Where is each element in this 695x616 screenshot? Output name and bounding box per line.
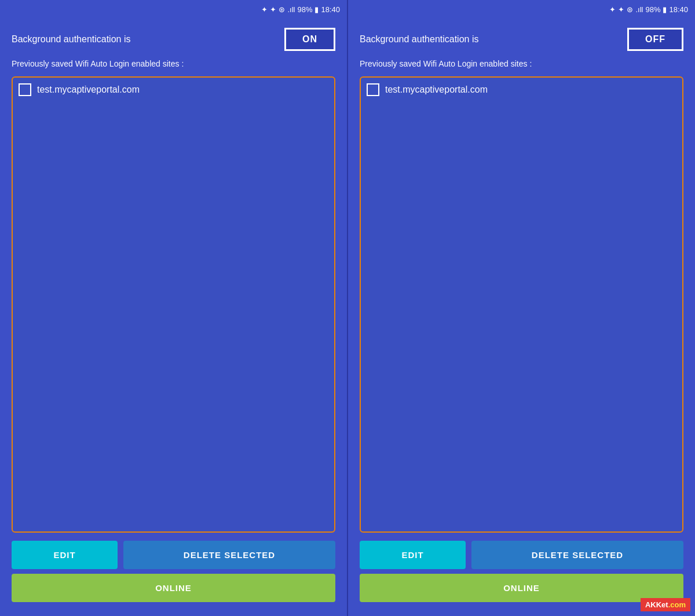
watermark: AKKet.com — [641, 598, 690, 611]
left-delete-button[interactable]: DELETE SELECTED — [123, 541, 335, 569]
left-site-item: test.mycaptiveportal.com — [19, 83, 328, 96]
right-bluetooth-icon: ✦ — [609, 5, 616, 14]
left-toggle-button[interactable]: ON — [284, 28, 335, 51]
right-content: Background authentication is OFF Previou… — [348, 19, 695, 616]
time-display: 18:40 — [321, 5, 340, 14]
left-bottom-buttons: EDIT DELETE SELECTED ONLINE — [12, 541, 335, 607]
right-online-button[interactable]: ONLINE — [360, 574, 683, 602]
right-delete-button[interactable]: DELETE SELECTED — [471, 541, 683, 569]
left-sites-label: Previously saved Wifi Auto Login enabled… — [12, 59, 335, 68]
right-site-checkbox[interactable] — [367, 83, 379, 96]
left-site-url: test.mycaptiveportal.com — [37, 85, 140, 95]
right-battery-icon: ▮ — [663, 5, 667, 14]
left-status-bar: ✦ ✦ ⊛ .ıll 98% ▮ 18:40 — [0, 0, 347, 19]
right-action-row: EDIT DELETE SELECTED — [360, 541, 683, 569]
right-wifi-icon: ⊛ — [627, 5, 633, 14]
right-battery-percent: 98% — [645, 5, 660, 14]
left-status-icons: ✦ ✦ ⊛ .ıll 98% ▮ 18:40 — [261, 5, 340, 14]
right-bottom-buttons: EDIT DELETE SELECTED ONLINE — [360, 541, 683, 607]
left-panel: ✦ ✦ ⊛ .ıll 98% ▮ 18:40 Background authen… — [0, 0, 347, 616]
watermark-suffix: .com — [668, 600, 686, 609]
right-panel: ✦ ✦ ⊛ .ıll 98% ▮ 18:40 Background authen… — [348, 0, 695, 616]
right-sites-box: test.mycaptiveportal.com — [360, 76, 683, 533]
right-signal-icon: .ıll — [635, 5, 643, 14]
right-auth-row: Background authentication is OFF — [360, 28, 683, 51]
left-online-button[interactable]: ONLINE — [12, 574, 335, 602]
volume-icon: ✦ — [270, 5, 276, 14]
left-action-row: EDIT DELETE SELECTED — [12, 541, 335, 569]
right-auth-label: Background authentication is — [360, 34, 478, 45]
right-site-url: test.mycaptiveportal.com — [385, 85, 488, 95]
right-status-bar: ✦ ✦ ⊛ .ıll 98% ▮ 18:40 — [348, 0, 695, 19]
signal-icon: .ıll — [287, 5, 295, 14]
left-auth-label: Background authentication is — [12, 34, 130, 45]
left-content: Background authentication is ON Previous… — [0, 19, 347, 616]
left-edit-button[interactable]: EDIT — [12, 541, 118, 569]
left-site-checkbox[interactable] — [19, 83, 31, 96]
right-site-item: test.mycaptiveportal.com — [367, 83, 676, 96]
battery-percent: 98% — [297, 5, 312, 14]
right-edit-button[interactable]: EDIT — [360, 541, 466, 569]
watermark-brand: AKKet — [645, 600, 668, 609]
right-toggle-button[interactable]: OFF — [627, 28, 683, 51]
battery-icon: ▮ — [314, 5, 319, 14]
right-sites-label: Previously saved Wifi Auto Login enabled… — [360, 59, 683, 68]
left-sites-box: test.mycaptiveportal.com — [12, 76, 335, 533]
wifi-icon: ⊛ — [279, 5, 285, 14]
right-status-icons: ✦ ✦ ⊛ .ıll 98% ▮ 18:40 — [609, 5, 688, 14]
right-time-display: 18:40 — [669, 5, 688, 14]
bluetooth-icon: ✦ — [261, 5, 268, 14]
left-auth-row: Background authentication is ON — [12, 28, 335, 51]
right-volume-icon: ✦ — [618, 5, 624, 14]
